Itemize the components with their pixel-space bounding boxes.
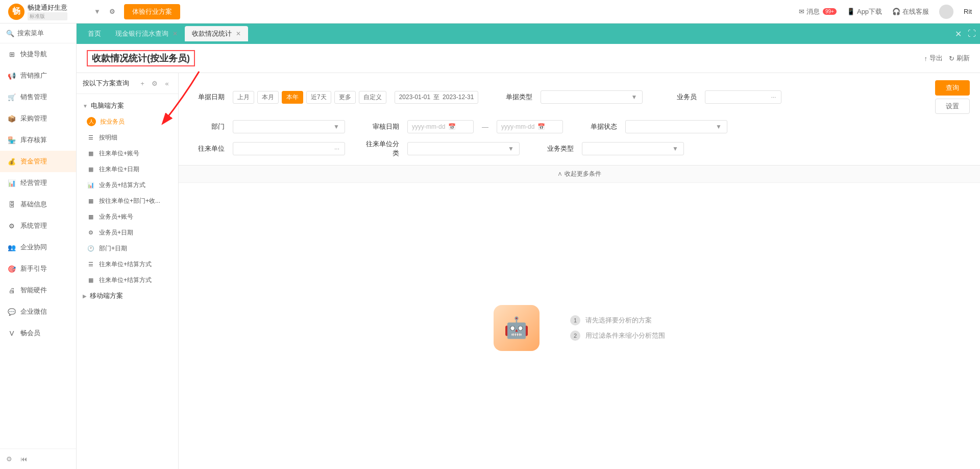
scheme-add-btn[interactable]: +: [137, 78, 148, 88]
nav-dropdown-icon[interactable]: ▼: [94, 8, 101, 15]
scheme-item-partner-date[interactable]: ▦ 往来单位+日期: [81, 161, 178, 177]
partner-dots[interactable]: ···: [334, 145, 339, 152]
tab-collection[interactable]: 收款情况统计 ✕: [185, 26, 248, 41]
sidebar-item-guide[interactable]: 🎯 新手引导: [0, 258, 76, 279]
scheme-item-salesman-account[interactable]: ▦ 业务员+账号: [81, 209, 178, 225]
date-btn-thisyear[interactable]: 本年: [282, 91, 303, 104]
sidebar-label: 企业微信: [20, 307, 47, 316]
list2-icon: ☰: [87, 261, 95, 269]
sidebar-search[interactable]: 🔍 搜索菜单: [0, 24, 76, 43]
app-download-action[interactable]: 📱 App下载: [847, 7, 882, 16]
voucher-type-arrow: ▼: [631, 93, 638, 101]
scheme-settings-btn[interactable]: ⚙: [150, 78, 160, 88]
scheme-group-desktop-title[interactable]: ▼ 电脑端方案: [77, 98, 178, 113]
scheme-item-partner-settle1[interactable]: ☰ 往来单位+结算方式: [81, 256, 178, 272]
sidebar-item-basic[interactable]: 🗄 基础信息: [0, 194, 76, 215]
scheme-collapse-btn[interactable]: «: [162, 78, 172, 88]
tab-expand-icon[interactable]: ⛶: [968, 29, 976, 38]
review-date-to[interactable]: yyyy-mm-dd 📅: [497, 120, 563, 133]
sidebar-label: 快捷导航: [20, 50, 47, 59]
message-icon: ✉: [799, 8, 804, 15]
tab-cashflow[interactable]: 现金银行流水查询 ✕: [108, 26, 185, 41]
sidebar-label: 新手引导: [20, 264, 47, 273]
sidebar-item-quicknav[interactable]: ⊞ 快捷导航: [0, 43, 76, 65]
review-date-to-text: yyyy-mm-dd: [501, 123, 534, 130]
sidebar-item-hardware[interactable]: 🖨 智能硬件: [0, 279, 76, 301]
filter-actions: 查询 设置: [935, 80, 970, 114]
calendar2-icon: 📅: [537, 123, 545, 130]
date-separator2: —: [482, 123, 488, 131]
salesman-arrow: ···: [771, 93, 776, 101]
date-btn-custom[interactable]: 自定义: [359, 91, 386, 104]
scheme-group-desktop-items: 人 按业务员 ☰ 按明细 ▦ 往来单位+账号: [77, 113, 178, 288]
service-icon: 🎧: [892, 8, 900, 15]
sidebar-item-system[interactable]: ⚙ 系统管理: [0, 215, 76, 237]
partner-cat-select[interactable]: ▼: [407, 142, 520, 155]
table5-icon: ▦: [87, 276, 95, 285]
page-actions: ↑ 导出 ↻ 刷新: [924, 54, 970, 63]
online-service-action[interactable]: 🎧 在线客服: [892, 7, 929, 16]
partner-cat-label: 往来单位分类: [363, 139, 399, 158]
scheme-item-salesman[interactable]: 人 按业务员: [81, 113, 178, 130]
scheme-group-mobile-title[interactable]: ▶ 移动端方案: [77, 288, 178, 303]
query-button[interactable]: 查询: [935, 80, 970, 96]
tab-home[interactable]: 首页: [81, 26, 108, 41]
date-btn-more[interactable]: 更多: [334, 91, 356, 104]
tab-cashflow-close[interactable]: ✕: [173, 30, 178, 37]
collapse-bar[interactable]: ∧ 收起更多条件: [179, 166, 980, 183]
sidebar-settings-btn[interactable]: ⚙: [4, 453, 14, 465]
scheme-header-title: 按以下方案查询: [83, 79, 129, 88]
trial-button[interactable]: 体验行业方案: [124, 4, 180, 19]
scheme-item-salesman-date[interactable]: ⚙ 业务员+日期: [81, 225, 178, 241]
sidebar-item-wechat[interactable]: 💬 企业微信: [0, 301, 76, 322]
tab-close-icon[interactable]: ✕: [955, 29, 962, 39]
date-btn-7days[interactable]: 近7天: [306, 91, 331, 104]
scheme-item-label: 业务员+结算方式: [99, 181, 145, 190]
tab-bar: 首页 现金银行流水查询 ✕ 收款情况统计 ✕ ✕ ⛶: [77, 24, 980, 44]
sidebar-item-collab[interactable]: 👥 企业协同: [0, 237, 76, 258]
tab-collection-close[interactable]: ✕: [236, 30, 241, 37]
scheme-item-partner-account[interactable]: ▦ 往来单位+账号: [81, 146, 178, 161]
tip-num-1: 1: [570, 315, 580, 325]
edition-badge: 标准版: [28, 12, 67, 20]
member-icon: V: [7, 329, 16, 338]
sidebar-item-member[interactable]: V 畅会员: [0, 322, 76, 344]
partner-select[interactable]: ···: [233, 142, 345, 155]
sidebar-item-operations[interactable]: 📊 经营管理: [0, 172, 76, 194]
scheme-item-detail[interactable]: ☰ 按明细: [81, 130, 178, 146]
table4-icon: ▦: [87, 213, 95, 221]
refresh-button[interactable]: ↻ 刷新: [949, 54, 970, 63]
scheme-item-dept-date[interactable]: 🕐 部门+日期: [81, 241, 178, 256]
sidebar-label: 系统管理: [20, 221, 47, 230]
sidebar-item-marketing[interactable]: 📢 营销推广: [0, 65, 76, 86]
export-button[interactable]: ↑ 导出: [924, 54, 943, 63]
scheme-item-salesman-settle[interactable]: 📊 业务员+结算方式: [81, 177, 178, 193]
content-area: 首页 现金银行流水查询 ✕ 收款情况统计 ✕ ✕ ⛶ 收款情况统计(按业务员): [77, 24, 980, 469]
message-action[interactable]: ✉ 消息 99+: [799, 7, 837, 16]
dept-select[interactable]: ▼: [233, 120, 345, 133]
settings-button[interactable]: 设置: [935, 99, 970, 114]
scheme-group-mobile: ▶ 移动端方案: [77, 288, 178, 303]
date-btn-lastmonth[interactable]: 上月: [233, 91, 254, 104]
settings-icon[interactable]: ⚙: [105, 4, 120, 19]
date-range-input[interactable]: 2023-01-01 至 2023-12-31: [395, 91, 479, 104]
salesman-select[interactable]: ···: [705, 90, 781, 104]
arrow-right-icon: ▶: [83, 293, 87, 299]
scheme-item-partner-settle2[interactable]: ▦ 往来单位+结算方式: [81, 272, 178, 288]
voucher-type-select[interactable]: ▼: [541, 90, 643, 104]
logo-text: 畅捷通好生意: [28, 3, 67, 12]
sidebar-item-inventory[interactable]: 🏪 库存核算: [0, 129, 76, 151]
table2-icon: ▦: [87, 166, 95, 174]
voucher-status-select[interactable]: ▼: [625, 120, 727, 133]
user-avatar[interactable]: [939, 5, 953, 19]
voucher-status-arrow: ▼: [716, 123, 722, 130]
business-type-select[interactable]: ▼: [582, 142, 684, 155]
sidebar-item-sales[interactable]: 🛒 销售管理: [0, 86, 76, 108]
scheme-item-partner-dept[interactable]: ▦ 按往来单位+部门+收...: [81, 193, 178, 209]
sidebar-item-finance[interactable]: 💰 资金管理: [0, 151, 76, 172]
sidebar-item-purchase[interactable]: 📦 采购管理: [0, 108, 76, 129]
date-btn-thismonth[interactable]: 本月: [257, 91, 279, 104]
tip-text-2: 用过滤条件来缩小分析范围: [585, 331, 665, 340]
review-date-from[interactable]: yyyy-mm-dd 📅: [407, 120, 474, 133]
sidebar-collapse-btn[interactable]: ⏮: [18, 453, 29, 465]
